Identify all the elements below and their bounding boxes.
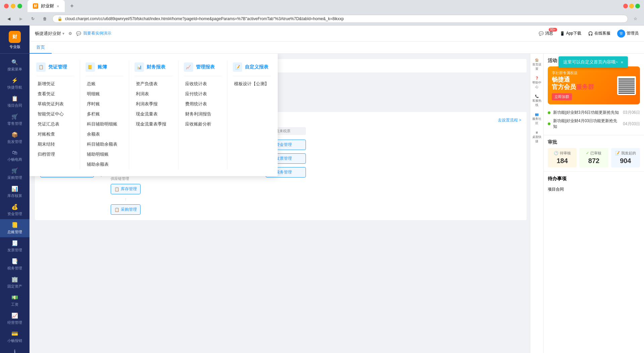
dropdown-item-balance-table[interactable]: 余额表 xyxy=(86,129,124,139)
dropdown-item-payable[interactable]: 应付统计表 xyxy=(184,89,222,99)
sidebar-item-fund[interactable]: 💰 资金管理 xyxy=(0,201,30,219)
sidebar-item-expense[interactable]: 💳 小畅报销 xyxy=(0,328,30,346)
sidebar-item-ledger[interactable]: 📒 总账管理 xyxy=(0,219,30,237)
sidebar-item-management[interactable]: 📈 经营管理 xyxy=(0,310,30,328)
sidebar-item-assets[interactable]: 🏢 固定资产 xyxy=(0,273,30,292)
dropdown-item-multi-column[interactable]: 多栏账 xyxy=(86,109,124,119)
dropdown-item-reconcile[interactable]: 对账检查 xyxy=(36,129,74,139)
bookmark-btn[interactable]: ☆ xyxy=(631,14,640,23)
sidebar-label-ledger: 总账管理 xyxy=(7,230,22,235)
sidebar-logo: 财 专业版 xyxy=(0,28,30,54)
ledger-header-icon: 📒 xyxy=(86,62,95,72)
nav-forward-btn[interactable]: ▶ xyxy=(16,14,25,23)
tab-home[interactable]: 首页 xyxy=(30,42,52,54)
customize-banner-close[interactable]: × xyxy=(621,60,623,65)
sidebar-item-inventory[interactable]: 📊 库存核算 xyxy=(0,183,30,201)
sidebar-item-retail[interactable]: 🛒 零售管理 xyxy=(0,111,30,129)
sidebar-item-tax[interactable]: 📑 税务管理 xyxy=(0,255,30,273)
tab-close-icon[interactable]: × xyxy=(57,4,59,9)
dropdown-item-sequence-ledger[interactable]: 序时账 xyxy=(86,99,124,109)
voucher-col-title: 凭证管理 xyxy=(48,64,67,70)
dropdown-item-profit-quarterly[interactable]: 利润表季报 xyxy=(135,99,173,109)
management-col-title: 管理报表 xyxy=(196,64,215,70)
app-download-btn[interactable]: 📱 App下载 xyxy=(560,31,581,36)
sidebar-label-invoice: 发票管理 xyxy=(7,248,22,253)
custom-header-icon: 📝 xyxy=(233,62,242,72)
app-icon: 📱 xyxy=(560,31,565,36)
dropdown-item-detail-ledger[interactable]: 明细账 xyxy=(86,89,124,99)
dropdown-item-ar-aging[interactable]: 应收账龄分析 xyxy=(184,119,222,129)
dropdown-item-receivable[interactable]: 应收统计表 xyxy=(184,79,222,89)
demo-text: 我要看实例演示 xyxy=(83,31,111,36)
app-download-label: App下载 xyxy=(566,31,581,36)
dropdown-item-expense-stats[interactable]: 费用统计表 xyxy=(184,99,222,109)
win-min-btn[interactable] xyxy=(629,4,634,8)
browser-max-btn[interactable] xyxy=(17,4,22,8)
sidebar-item-wholesale[interactable]: 📦 批发管理 xyxy=(0,129,30,147)
dropdown-item-new-voucher[interactable]: 新增凭证 xyxy=(36,79,74,89)
dropdown-item-aux-detail[interactable]: 辅助明细账 xyxy=(86,149,124,159)
sidebar-item-ecommerce[interactable]: 🛍 小畅电商 xyxy=(0,147,30,165)
message-icon: 💬 xyxy=(539,31,544,36)
dropdown-item-voucher-summary[interactable]: 凭证汇总表 xyxy=(36,119,74,129)
nav-tabs: 首页 xyxy=(30,42,644,54)
settings-btn[interactable]: ⚙ xyxy=(68,31,72,36)
url-bar[interactable]: 🔒 cloud.chanjet.com/cc/u6d89qwnryel/57bf… xyxy=(52,15,628,23)
dropdown-item-template[interactable]: 模板设计【公测】 xyxy=(233,79,271,89)
dropdown-col-header-custom: 📝 自定义报表 xyxy=(233,60,271,76)
nav-back-btn[interactable]: ◀ xyxy=(4,14,13,23)
online-service-label: 在线客服 xyxy=(594,31,610,36)
nav-reload-btn[interactable]: ↻ xyxy=(28,14,38,23)
dropdown-item-view-voucher[interactable]: 查看凭证 xyxy=(36,89,74,99)
sidebar-label-project: 项目合同 xyxy=(7,103,22,108)
sidebar-item-search[interactable]: 🔍 搜索菜单 xyxy=(0,56,30,74)
sidebar-item-basic[interactable]: ℹ 基础信息 xyxy=(0,346,30,353)
company-dropdown-icon: ▾ xyxy=(62,31,64,36)
sidebar-item-invoice[interactable]: 🧾 发票管理 xyxy=(0,237,30,255)
dropdown-item-period-close[interactable]: 期末结转 xyxy=(36,139,74,149)
message-btn[interactable]: 💬 消息 99+ xyxy=(539,31,553,36)
dropdown-col-custom: 📝 自定义报表 模板设计【公测】 xyxy=(227,60,271,169)
win-max-btn[interactable] xyxy=(635,4,640,8)
purchase-icon: 🛒 xyxy=(11,167,18,174)
dropdown-item-balance-sheet[interactable]: 资产负债表 xyxy=(135,79,173,89)
quick-icon: ⚡ xyxy=(11,77,18,84)
dropdown-item-profit-report[interactable]: 财务利润报告 xyxy=(184,109,222,119)
search-icon: 🔍 xyxy=(11,59,18,65)
inventory-icon: 📊 xyxy=(11,186,18,192)
sidebar-item-quick[interactable]: ⚡ 快捷导航 xyxy=(0,74,30,93)
dropdown-item-subject-aux-balance[interactable]: 科目辅助余额表 xyxy=(86,139,124,149)
win-close-btn[interactable] xyxy=(623,4,628,8)
dropdown-item-cashflow-quarterly[interactable]: 现金流量表季报 xyxy=(135,119,173,129)
sidebar-item-project[interactable]: 📋 项目合同 xyxy=(0,93,30,111)
online-service-btn[interactable]: 🎧 在线客服 xyxy=(588,31,610,36)
ecommerce-icon: 🛍 xyxy=(12,150,17,156)
new-tab-button[interactable]: + xyxy=(67,1,77,11)
retail-icon: 🛒 xyxy=(11,113,18,120)
dropdown-item-general-ledger[interactable]: 总账 xyxy=(86,79,124,89)
financial-col-title: 财务报表 xyxy=(147,64,165,70)
nav-delete-btn[interactable]: 🗑 xyxy=(40,14,50,23)
user-avatar-btn[interactable]: 管 管理员 xyxy=(617,30,639,38)
customize-banner-text: 这里可以自定义首页内容哦~ xyxy=(563,59,618,65)
top-bar: 畅捷通好业财 ▾ ⚙ 💬 我要看实例演示 💬 消息 99+ 📱 App下载 xyxy=(30,26,644,42)
dropdown-item-cashflow[interactable]: 现金流量表 xyxy=(135,109,173,119)
sidebar-item-salary[interactable]: 💵 工资 xyxy=(0,292,30,310)
dropdown-item-draft-voucher[interactable]: 草稿凭证列表 xyxy=(36,99,74,109)
dropdown-menu: 📋 凭证管理 新增凭证 查看凭证 草稿凭证列表 智能凭证中心 凭证汇总表 对账检… xyxy=(30,54,278,176)
dropdown-item-profit[interactable]: 利润表 xyxy=(135,89,173,99)
browser-min-btn[interactable] xyxy=(11,4,15,8)
sidebar-item-purchase[interactable]: 🛒 采购管理 xyxy=(0,165,30,183)
dropdown-item-aux-balance[interactable]: 辅助余额表 xyxy=(86,159,124,169)
demo-link[interactable]: 💬 我要看实例演示 xyxy=(76,31,111,36)
browser-close-btn[interactable] xyxy=(4,4,9,8)
customize-banner[interactable]: 这里可以自定义首页内容哦~ × xyxy=(558,56,628,68)
dropdown-item-subject-aux-detail[interactable]: 科目辅助明细账 xyxy=(86,119,124,129)
sidebar-label-salary: 工资 xyxy=(11,302,18,307)
dropdown-item-smart-voucher[interactable]: 智能凭证中心 xyxy=(36,109,74,119)
dropdown-item-archive[interactable]: 归档管理 xyxy=(36,149,74,159)
salary-icon: 💵 xyxy=(11,294,18,301)
company-selector[interactable]: 畅捷通好业财 ▾ xyxy=(35,31,64,37)
expense-icon: 💳 xyxy=(11,331,18,337)
dropdown-col-header-ledger: 📒 账簿 xyxy=(86,60,124,76)
